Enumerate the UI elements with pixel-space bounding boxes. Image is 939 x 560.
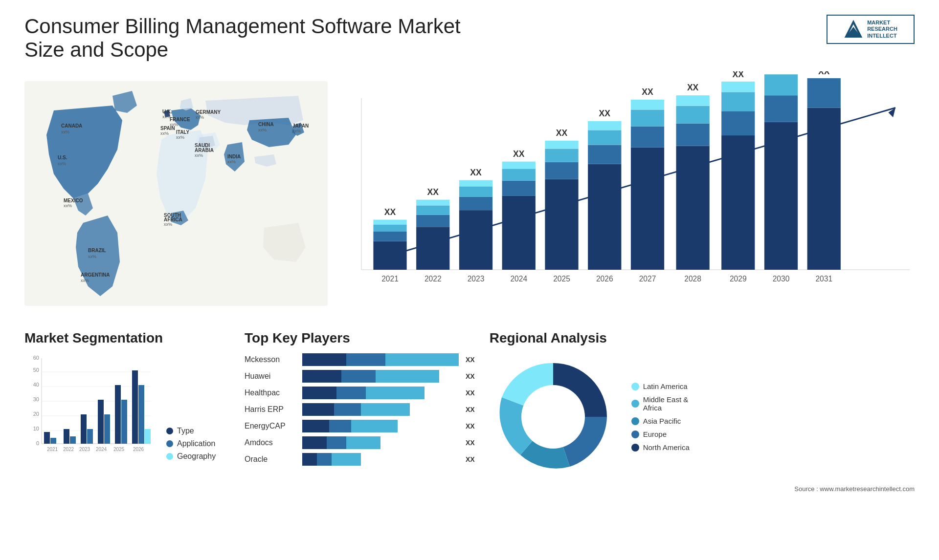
legend-type: Type <box>166 427 216 435</box>
svg-rect-51 <box>459 210 492 270</box>
player-value: XX <box>466 439 475 447</box>
svg-rect-53 <box>459 186 492 196</box>
segmentation-legend: Type Application Geography <box>166 427 216 461</box>
svg-text:xx%: xx% <box>258 128 267 132</box>
svg-text:ITALY: ITALY <box>176 129 190 135</box>
svg-text:U.K.: U.K. <box>162 109 172 114</box>
svg-rect-98 <box>807 108 841 270</box>
svg-text:XX: XX <box>470 168 482 177</box>
player-bar <box>302 453 361 466</box>
bar-chart-section: XX 2021 XX 2022 XX 2023 <box>342 71 915 316</box>
svg-text:JAPAN: JAPAN <box>292 123 309 129</box>
svg-rect-57 <box>502 196 536 270</box>
player-bar <box>302 403 410 416</box>
player-row: Oracle XX <box>245 453 475 466</box>
type-dot <box>166 428 173 434</box>
map-section: CANADA xx% U.S. xx% MEXICO xx% BRAZIL xx… <box>24 71 328 316</box>
player-name: Healthpac <box>245 388 298 397</box>
logo-text: MARKET RESEARCH INTELLECT <box>867 20 897 39</box>
svg-rect-52 <box>459 197 492 210</box>
svg-rect-122 <box>81 414 87 444</box>
svg-text:xx%: xx% <box>160 131 169 136</box>
svg-text:2023: 2023 <box>468 275 485 283</box>
legend-middle-east: Middle East &Africa <box>631 395 690 412</box>
svg-rect-54 <box>459 180 492 187</box>
svg-text:CHINA: CHINA <box>258 122 274 127</box>
svg-rect-81 <box>676 146 710 270</box>
player-name: Mckesson <box>245 355 298 364</box>
svg-text:2022: 2022 <box>63 447 74 452</box>
svg-text:INDIA: INDIA <box>227 154 241 159</box>
svg-text:GERMANY: GERMANY <box>196 109 221 115</box>
svg-text:xx%: xx% <box>196 115 204 120</box>
svg-rect-84 <box>676 95 710 106</box>
asia-pacific-dot <box>631 417 639 425</box>
svg-rect-40 <box>373 232 406 241</box>
svg-rect-42 <box>373 220 406 225</box>
player-bar-container <box>302 387 459 399</box>
svg-rect-76 <box>631 127 664 148</box>
logo-icon <box>844 20 863 39</box>
asia-pacific-label: Asia Pacific <box>643 417 681 425</box>
player-bar <box>302 420 398 432</box>
players-title: Top Key Players <box>245 330 475 346</box>
legend-asia-pacific: Asia Pacific <box>631 417 690 425</box>
north-america-label: North America <box>643 443 690 452</box>
world-map: CANADA xx% U.S. xx% MEXICO xx% BRAZIL xx… <box>24 71 328 316</box>
svg-rect-59 <box>502 169 536 180</box>
player-bar-container <box>302 353 459 366</box>
player-name: EnergyCAP <box>245 422 298 431</box>
svg-point-135 <box>521 385 585 449</box>
svg-rect-131 <box>132 370 138 444</box>
player-value: XX <box>466 455 475 463</box>
svg-rect-65 <box>545 149 578 162</box>
segmentation-title: Market Segmentation <box>24 330 230 346</box>
svg-text:xx%: xx% <box>164 222 172 227</box>
svg-text:FRANCE: FRANCE <box>170 117 190 122</box>
player-value: XX <box>466 406 475 413</box>
svg-text:2023: 2023 <box>79 447 90 452</box>
top-section: CANADA xx% U.S. xx% MEXICO xx% BRAZIL xx… <box>24 71 915 316</box>
svg-rect-119 <box>64 429 69 444</box>
svg-text:XX: XX <box>556 128 568 138</box>
svg-text:20: 20 <box>33 411 39 417</box>
player-row: Harris ERP XX <box>245 403 475 416</box>
legend-north-america: North America <box>631 443 690 452</box>
europe-label: Europe <box>643 430 667 438</box>
svg-text:BRAZIL: BRAZIL <box>88 248 106 253</box>
player-bar <box>302 387 425 399</box>
svg-rect-117 <box>50 438 56 444</box>
player-row: Huawei XX <box>245 370 475 383</box>
player-name: Oracle <box>245 455 298 464</box>
legend-latin-america: Latin America <box>631 382 690 390</box>
svg-rect-47 <box>416 205 449 215</box>
svg-text:10: 10 <box>33 426 39 431</box>
player-bar <box>302 353 459 366</box>
svg-rect-125 <box>98 400 104 444</box>
application-dot <box>166 440 173 447</box>
svg-text:2022: 2022 <box>425 275 442 283</box>
application-label: Application <box>177 439 215 448</box>
svg-rect-83 <box>676 106 710 124</box>
player-bar-container <box>302 420 459 432</box>
type-label: Type <box>177 427 194 435</box>
svg-rect-133 <box>145 429 151 444</box>
svg-text:XX: XX <box>775 71 787 72</box>
svg-text:SPAIN: SPAIN <box>160 126 175 131</box>
svg-rect-58 <box>502 181 536 196</box>
svg-rect-71 <box>588 130 621 145</box>
player-bar-container <box>302 370 459 383</box>
svg-text:2024: 2024 <box>510 275 527 283</box>
segmentation-section: Market Segmentation 0 10 20 30 40 50 60 <box>24 330 230 493</box>
svg-text:2029: 2029 <box>730 275 747 283</box>
geography-label: Geography <box>177 452 216 461</box>
svg-rect-116 <box>44 432 50 444</box>
legend-europe: Europe <box>631 430 690 438</box>
svg-rect-95 <box>764 74 798 95</box>
players-list: Mckesson XX Huawei <box>245 353 475 466</box>
svg-rect-72 <box>588 121 621 130</box>
svg-rect-70 <box>588 145 621 164</box>
header: Consumer Billing Management Software Mar… <box>24 15 915 62</box>
svg-text:2021: 2021 <box>47 447 58 452</box>
page-title: Consumer Billing Management Software Mar… <box>24 15 465 62</box>
